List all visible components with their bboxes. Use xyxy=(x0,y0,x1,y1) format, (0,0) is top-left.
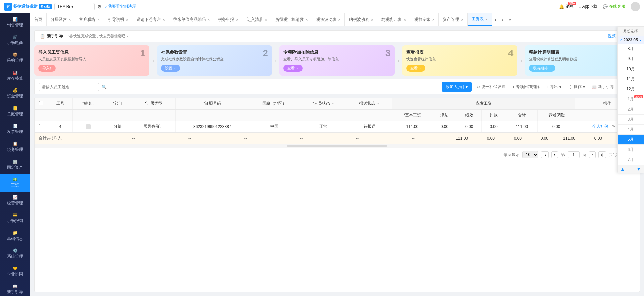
sidebar-item-payroll[interactable]: 💵 工资 xyxy=(0,174,30,192)
sidebar-item-invoice[interactable]: 🧾 发票管理 xyxy=(0,120,30,138)
sidebar-item-expense[interactable]: 💳 小畅报销 xyxy=(0,209,30,227)
tab-payroll-close[interactable]: × xyxy=(486,17,488,22)
tab-asset-mgmt-close[interactable]: × xyxy=(461,18,463,22)
tab-income-tax[interactable]: 所得税汇算清缴 × xyxy=(271,13,312,26)
operation-button[interactable]: ⋮ 操作 ▾ xyxy=(566,83,587,91)
add-employee-button[interactable]: 添加人员 ▾ xyxy=(442,82,472,92)
export-button[interactable]: ↓ 导出 ▾ xyxy=(545,83,564,91)
th-report-status[interactable]: 报送状态 ▼ xyxy=(347,98,392,110)
first-page-button[interactable]: |‹ xyxy=(541,151,549,158)
sidebar-item-finance[interactable]: 💰 资金管理 xyxy=(0,85,30,102)
month-4[interactable]: 4月 xyxy=(618,125,644,135)
edit-icon[interactable]: ✎ xyxy=(612,124,615,129)
sidebar-item-operations[interactable]: 📈 经营管理 xyxy=(0,192,30,209)
year-prev-button[interactable]: ‹ xyxy=(620,37,622,43)
tab-tax-declare-close[interactable]: × xyxy=(236,18,238,22)
step-1-button[interactable]: 导入↑ xyxy=(38,65,56,72)
sidebar-item-tax[interactable]: 📋 税务管理 xyxy=(0,138,30,156)
month-8[interactable]: 8月 xyxy=(618,44,644,54)
sidebar-item-purchase[interactable]: 📦 采购管理 xyxy=(0,49,30,67)
tab-tax-expert-close[interactable]: × xyxy=(432,18,434,22)
page-number-input[interactable] xyxy=(568,151,580,158)
month-5[interactable]: 5月 xyxy=(618,135,644,145)
company-selector[interactable]: THA Ri ▾ xyxy=(54,3,95,10)
report-filter-icon[interactable]: ▼ xyxy=(377,102,380,105)
tab-tax-burden-close[interactable]: × xyxy=(338,18,340,22)
sidebar-item-ledger[interactable]: 📒 总账管理 xyxy=(0,102,30,120)
search-icon[interactable]: 🔍 xyxy=(102,85,107,89)
sidebar-item-guide[interactable]: 📖 新手引导 xyxy=(0,281,30,296)
tab-tax-dynamic[interactable]: 纳税波动表 × xyxy=(345,13,377,26)
month-2[interactable]: 2月 xyxy=(618,104,644,115)
sidebar-item-sales[interactable]: 📊 销售管理 xyxy=(0,13,30,31)
sidebar-item-system[interactable]: ⚙️ 系统管理 xyxy=(0,245,30,263)
step-4-button[interactable]: 查看→ xyxy=(406,65,425,72)
sidebar-item-assets[interactable]: 🏢 固定资产 xyxy=(0,156,30,174)
th-checkbox[interactable] xyxy=(35,98,48,110)
guide-video-label[interactable]: 视频 xyxy=(608,33,616,39)
message-button[interactable]: 🔔 消息 99+ xyxy=(559,4,574,9)
month-12[interactable]: 12月 xyxy=(618,84,644,94)
year-next-button[interactable]: › xyxy=(639,37,641,43)
month-panel-down[interactable]: ▼ xyxy=(636,166,641,172)
tab-income-tax-close[interactable]: × xyxy=(306,18,308,22)
newguide-button[interactable]: 📖 新手引导 xyxy=(590,83,616,91)
online-service-button[interactable]: 💬 在线客服 xyxy=(603,4,625,9)
month-6[interactable]: 6月 xyxy=(618,145,644,155)
name-sort-icon[interactable]: ↕ xyxy=(93,102,95,105)
sidebar-item-basic-info[interactable]: 📁 基础信息 xyxy=(0,227,30,245)
th-status[interactable]: *人员状态 ▼ xyxy=(300,98,347,110)
tab-invite[interactable]: 邀请下游客户 × xyxy=(132,13,169,26)
tab-product-code-close[interactable]: × xyxy=(208,18,210,22)
status-filter-icon[interactable]: ▼ xyxy=(331,102,334,105)
th-name[interactable]: *姓名 ↕ xyxy=(72,98,104,110)
search-input[interactable] xyxy=(39,83,99,91)
row-checkbox[interactable] xyxy=(39,124,43,128)
month-11[interactable]: 11月 xyxy=(618,74,644,84)
tab-tax-dynamic-close[interactable]: × xyxy=(371,18,373,22)
scroll-thumb[interactable] xyxy=(287,145,387,147)
tab-next-button[interactable]: › xyxy=(499,17,506,23)
prev-page-button[interactable]: ‹ xyxy=(551,151,558,158)
tab-guide-desc-close[interactable]: × xyxy=(126,18,128,22)
tab-customer[interactable]: 客户联络 × xyxy=(75,13,104,26)
tab-close-all-button[interactable]: × xyxy=(506,17,514,23)
tab-layered-close[interactable]: × xyxy=(69,18,71,22)
personal-insurance-link[interactable]: 个人社保 xyxy=(592,124,608,129)
page-size-select[interactable]: 10 20 50 xyxy=(522,151,538,158)
tab-tax-burden[interactable]: 税负波动表 × xyxy=(312,13,345,26)
add-btn-arrow[interactable]: ▾ xyxy=(463,85,468,89)
month-panel-up[interactable]: ▲ xyxy=(620,166,625,172)
last-page-button[interactable]: ›| xyxy=(598,151,606,158)
demo-link[interactable]: ○ 我要看实例演示 xyxy=(104,4,136,9)
tab-tax-stats[interactable]: 纳税统计表 × xyxy=(377,13,410,26)
row-checkbox-cell[interactable] xyxy=(35,121,48,132)
special-deduction-button[interactable]: + 专项附加扣除 xyxy=(510,83,542,91)
next-page-button[interactable]: › xyxy=(589,151,596,158)
tab-tax-declare[interactable]: 税务申报 × xyxy=(214,13,243,26)
scroll-bar-area[interactable] xyxy=(35,144,640,148)
tab-payroll[interactable]: 工资表 × xyxy=(468,13,492,26)
sidebar-item-cooperation[interactable]: 🤝 企业协同 xyxy=(0,263,30,281)
user-avatar[interactable] xyxy=(631,2,640,11)
tab-asset-mgmt[interactable]: 资产管理 × xyxy=(439,13,467,26)
gear-icon[interactable]: ⚙ xyxy=(97,4,102,9)
month-9[interactable]: 9月 xyxy=(618,54,644,64)
step-5-button[interactable]: 敬请期待→ xyxy=(529,65,555,72)
tab-clearance[interactable]: 进入清册 × xyxy=(243,13,271,26)
tab-guide-desc[interactable]: 引导说明 × xyxy=(104,13,132,26)
app-download-button[interactable]: ↓ App下载 xyxy=(579,4,597,9)
tab-clearance-close[interactable]: × xyxy=(265,18,267,22)
tab-layered[interactable]: 分层经营 × xyxy=(47,13,75,26)
tab-invite-close[interactable]: × xyxy=(163,18,165,22)
unified-settings-button[interactable]: ⚙ 统一社保设置 xyxy=(474,83,507,91)
tab-prev-button[interactable]: ‹ xyxy=(492,17,499,23)
tab-product-code[interactable]: 往来单位商品编码 × xyxy=(169,13,214,26)
month-3[interactable]: 3月 xyxy=(618,115,644,125)
sidebar-item-inventory[interactable]: 🏭 库存核算 xyxy=(0,67,30,85)
month-10[interactable]: 10月 xyxy=(618,64,644,74)
sidebar-item-ecommerce[interactable]: 🛒 小畅电商 xyxy=(0,31,30,49)
tab-tax-expert[interactable]: 税检专家 × xyxy=(410,13,439,26)
month-7[interactable]: 7月 xyxy=(618,155,644,165)
select-all-checkbox[interactable] xyxy=(39,101,43,105)
